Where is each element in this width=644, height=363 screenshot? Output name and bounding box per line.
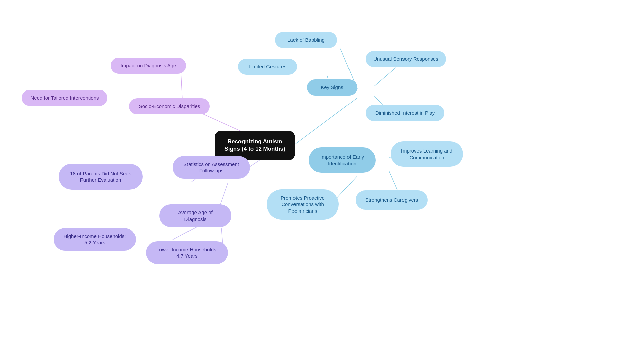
higher-income-node: Higher-Income Households: 5.2 Years	[54, 228, 136, 251]
limited-gestures-node: Limited Gestures	[238, 59, 297, 75]
key-signs-node: Key Signs	[307, 79, 357, 96]
lack-babbling-node: Lack of Babbling	[275, 32, 337, 48]
improves-learning-node: Improves Learning and Communication	[391, 141, 463, 167]
socio-economic-node: Socio-Economic Disparities	[129, 98, 210, 114]
lower-income-node: Lower-Income Households: 4.7 Years	[146, 241, 228, 264]
unusual-sensory-node: Unusual Sensory Responses	[366, 51, 446, 67]
importance-early-node: Importance of Early Identification	[309, 147, 376, 173]
average-age-node: Average Age of Diagnosis	[159, 204, 231, 227]
svg-line-2	[374, 68, 396, 86]
impact-diagnosis-node: Impact on Diagnosis Age	[111, 58, 186, 74]
strengthens-caregivers-node: Strengthens Caregivers	[356, 190, 428, 210]
mindmap-container: Recognizing Autism Signs (4 to 12 Months…	[0, 0, 644, 363]
svg-line-7	[337, 176, 357, 198]
statistics-assessment-node: Statistics on Assessment Follow-ups	[173, 156, 250, 179]
need-tailored-node: Need for Tailored Interventions	[22, 90, 107, 106]
promotes-proactive-node: Promotes Proactive Conversations with Pe…	[267, 189, 339, 220]
diminished-interest-node: Diminished Interest in Play	[366, 105, 444, 121]
parents-did-not-node: 18 of Parents Did Not Seek Further Evalu…	[59, 164, 143, 190]
svg-line-0	[295, 98, 357, 144]
